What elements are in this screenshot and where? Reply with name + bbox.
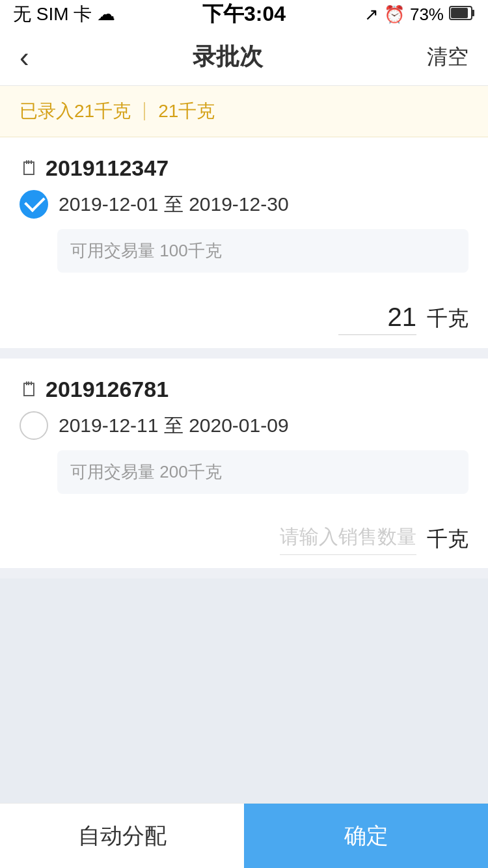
batch2-item: 🗒 2019126781 2019-12-11 至 2020-01-09 可用交… xyxy=(0,359,488,513)
alarm-icon: ⏰ xyxy=(384,5,405,25)
batch1-avail-text: 可用交易量 100千克 xyxy=(70,241,222,260)
recorded-label: 已录入21千克 xyxy=(20,99,131,124)
empty-area xyxy=(0,578,488,839)
batch1-doc-icon: 🗒 xyxy=(20,157,39,180)
batch2-quantity-unit: 千克 xyxy=(427,525,468,554)
svg-rect-1 xyxy=(472,10,474,16)
clear-button[interactable]: 清空 xyxy=(427,43,468,72)
info-banner: 已录入21千克 21千克 xyxy=(0,86,488,137)
banner-divider xyxy=(144,102,145,120)
page-title: 录批次 xyxy=(193,41,263,73)
batch2-avail-box: 可用交易量 200千克 xyxy=(57,450,468,494)
confirm-button[interactable]: 确定 xyxy=(244,804,488,868)
batch1-avail-box: 可用交易量 100千克 xyxy=(57,229,468,273)
back-button[interactable]: ‹ xyxy=(20,41,29,74)
auto-distribute-button[interactable]: 自动分配 xyxy=(0,804,244,868)
batch1-header: 🗒 2019112347 xyxy=(20,156,468,181)
sim-label: 无 SIM 卡 ☁ xyxy=(13,2,115,27)
batch2-input-placeholder: 请输入销售数量 xyxy=(280,526,416,547)
batch1-quantity-row: 21 千克 xyxy=(0,292,488,348)
batch1-row: 2019-12-01 至 2019-12-30 xyxy=(20,190,468,219)
batch1-quantity-unit: 千克 xyxy=(427,305,468,333)
location-icon: ↗ xyxy=(364,5,379,25)
batch1-quantity-value: 21 xyxy=(388,303,417,331)
total-label: 21千克 xyxy=(158,99,215,124)
bottom-bar: 自动分配 确定 xyxy=(0,803,488,868)
batch2-date-range: 2019-12-11 至 2020-01-09 xyxy=(59,413,289,439)
batch2-number: 2019126781 xyxy=(46,377,169,402)
battery-icon xyxy=(449,5,475,25)
batch1-card: 🗒 2019112347 2019-12-01 至 2019-12-30 可用交… xyxy=(0,137,488,348)
status-right: ↗ ⏰ 73% xyxy=(364,5,475,25)
batch2-quantity-input[interactable]: 请输入销售数量 xyxy=(280,524,416,555)
batch1-quantity-input[interactable]: 21 xyxy=(338,303,416,335)
battery-label: 73% xyxy=(410,5,444,25)
batch1-date-range: 2019-12-01 至 2019-12-30 xyxy=(59,191,289,218)
section-divider-2 xyxy=(0,568,488,578)
batch2-header: 🗒 2019126781 xyxy=(20,377,468,402)
status-left: 无 SIM 卡 ☁ xyxy=(13,2,115,27)
svg-rect-2 xyxy=(451,8,468,18)
batch2-row: 2019-12-11 至 2020-01-09 xyxy=(20,411,468,440)
batch2-radio[interactable] xyxy=(20,411,48,440)
batch1-radio[interactable] xyxy=(20,190,48,219)
status-time: 下午3:04 xyxy=(202,0,286,29)
section-divider-1 xyxy=(0,348,488,359)
batch1-number: 2019112347 xyxy=(46,156,169,181)
batch2-card: 🗒 2019126781 2019-12-11 至 2020-01-09 可用交… xyxy=(0,359,488,568)
batch1-item: 🗒 2019112347 2019-12-01 至 2019-12-30 可用交… xyxy=(0,137,488,292)
status-bar: 无 SIM 卡 ☁ 下午3:04 ↗ ⏰ 73% xyxy=(0,0,488,29)
batch2-avail-text: 可用交易量 200千克 xyxy=(70,462,222,481)
nav-bar: ‹ 录批次 清空 xyxy=(0,29,488,86)
batch2-doc-icon: 🗒 xyxy=(20,379,39,401)
batch2-quantity-row: 请输入销售数量 千克 xyxy=(0,513,488,568)
